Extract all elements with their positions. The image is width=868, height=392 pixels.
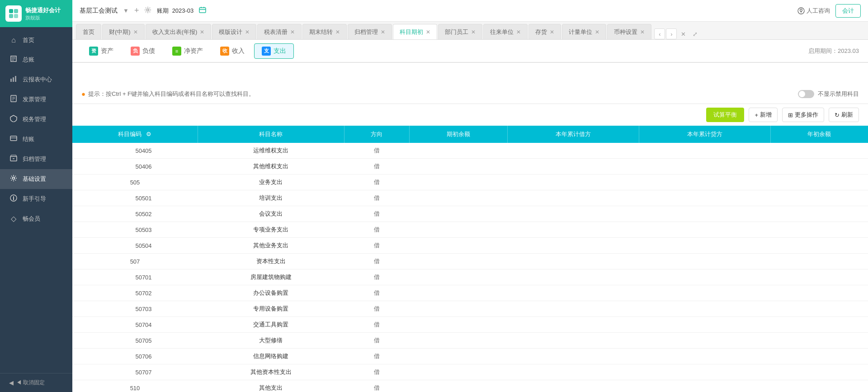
tab-home[interactable]: 首页: [76, 24, 101, 39]
tab-currency[interactable]: 币种设置 ✕: [607, 24, 651, 39]
cell-year-credit: [639, 175, 770, 190]
cell-year-credit: [639, 349, 770, 364]
cell-period-balance: [409, 349, 507, 364]
cell-direction: 借: [344, 254, 410, 269]
cell-year-balance: [770, 206, 868, 222]
table-header-row: 科目编码 ⚙ 科目名称 方向 期初余额 本年累计借方 本年累计贷方 年初余额: [72, 126, 868, 143]
cell-period-balance: [409, 206, 507, 222]
tab-inventory-close[interactable]: ✕: [550, 29, 554, 35]
tab-subject-init-close[interactable]: ✕: [426, 29, 430, 35]
tab-contacts[interactable]: 往来单位 ✕: [483, 24, 528, 39]
cell-year-credit: [639, 301, 770, 317]
tab-next-btn[interactable]: ›: [666, 28, 677, 39]
table-row[interactable]: 50405 运维维权支出 借: [72, 143, 868, 159]
table-row[interactable]: 510 其他支出 借: [72, 380, 868, 392]
tab-dept[interactable]: 部门员工 ✕: [438, 24, 482, 39]
table-row[interactable]: 505 业务支出 借: [72, 175, 868, 190]
tab-currency-close[interactable]: ✕: [640, 29, 645, 35]
subject-tab-liability[interactable]: 负 负债: [123, 43, 163, 59]
tab-annual-report-label: 收入支出表(年报): [152, 28, 198, 36]
table-row[interactable]: 50502 会议支出 借: [72, 206, 868, 222]
table-row[interactable]: 50702 办公设备购置 借: [72, 285, 868, 301]
tab-template-label: 模版设计: [219, 28, 242, 36]
cell-year-balance: [770, 333, 868, 349]
sidebar-label-settings: 基础设置: [23, 175, 46, 183]
cell-name: 信息网络购建: [198, 349, 344, 364]
sidebar-collapse-btn[interactable]: ◀ ◀ 取消固定: [0, 373, 72, 392]
tab-archive-close[interactable]: ✕: [381, 29, 385, 35]
sidebar-item-member[interactable]: ◇ 畅会员: [0, 209, 72, 228]
tab-dept-close[interactable]: ✕: [471, 29, 476, 35]
tab-tax-form[interactable]: 税表清册 ✕: [257, 24, 302, 39]
tab-unit[interactable]: 计量单位 ✕: [562, 24, 606, 39]
table-row[interactable]: 50706 信息网络购建 借: [72, 349, 868, 364]
calendar-icon[interactable]: [199, 6, 206, 15]
table-row[interactable]: 50707 其他资本性支出 借: [72, 364, 868, 380]
sidebar-item-reports[interactable]: 云报表中心: [0, 70, 72, 90]
tab-unit-close[interactable]: ✕: [595, 29, 599, 35]
table-row[interactable]: 50406 其他维权支出 借: [72, 159, 868, 175]
tab-period-report-close[interactable]: ✕: [133, 29, 138, 35]
subject-tab-expense[interactable]: 支 支出: [254, 43, 294, 59]
table-row[interactable]: 50501 培训支出 借: [72, 190, 868, 206]
tab-annual-report-close[interactable]: ✕: [200, 29, 204, 35]
liability-tab-label: 负债: [142, 47, 155, 55]
subject-tab-income[interactable]: 收 收入: [212, 43, 252, 59]
tab-expand-btn[interactable]: ⤢: [689, 28, 700, 39]
add-company-btn[interactable]: +: [134, 6, 139, 15]
sidebar-item-home[interactable]: ⌂ 首页: [0, 31, 72, 50]
tab-tax-form-close[interactable]: ✕: [290, 29, 295, 35]
header-settings-icon[interactable]: [144, 6, 151, 15]
sidebar-item-archive[interactable]: 归档管理: [0, 149, 72, 169]
table-row[interactable]: 507 资本性支出 借: [72, 254, 868, 269]
table-row[interactable]: 50704 交通工具购置 借: [72, 317, 868, 333]
col-name: 科目名称: [198, 126, 344, 143]
more-btn[interactable]: ⊞ 更多操作: [782, 108, 824, 122]
subject-tab-asset[interactable]: 资 资产: [81, 43, 121, 59]
balance-btn[interactable]: 试算平衡: [706, 108, 744, 122]
sidebar-item-guide[interactable]: 新手引导: [0, 189, 72, 209]
add-btn[interactable]: + 新增: [749, 108, 778, 122]
tab-inventory[interactable]: 存货 ✕: [528, 24, 561, 39]
table-row[interactable]: 50503 专项业务支出 借: [72, 222, 868, 238]
sidebar-item-settings[interactable]: 基础设置: [0, 169, 72, 189]
sidebar-item-ledger[interactable]: 总账: [0, 50, 72, 70]
tab-template-close[interactable]: ✕: [245, 29, 250, 35]
col-settings-icon[interactable]: ⚙: [146, 131, 151, 137]
subject-tab-equity[interactable]: ≡ 净资产: [165, 43, 211, 59]
tab-subject-init[interactable]: 科目期初 ✕: [393, 24, 437, 39]
accountant-btn[interactable]: 会计: [835, 4, 861, 18]
table-row[interactable]: 50504 其他业务支出 借: [72, 238, 868, 254]
tab-prev-btn[interactable]: ‹: [654, 28, 665, 39]
cell-name: 大型修缮: [198, 333, 344, 349]
tab-template[interactable]: 模版设计 ✕: [212, 24, 256, 39]
expense-tab-label: 支出: [274, 47, 286, 55]
cell-direction: 借: [344, 143, 410, 159]
disabled-toggle[interactable]: [798, 90, 814, 98]
table-body: 50405 运维维权支出 借 50406 其他维权支出 借 505 业务支出 借…: [72, 143, 868, 392]
tab-annual-report[interactable]: 收入支出表(年报) ✕: [146, 24, 212, 39]
cell-name: 资本性支出: [198, 254, 344, 269]
cell-name: 其他资本性支出: [198, 364, 344, 380]
tab-close-all-btn[interactable]: ✕: [678, 28, 689, 39]
consult-btn[interactable]: 人工咨询: [797, 7, 830, 15]
sidebar-label-invoice: 发票管理: [23, 95, 46, 104]
cell-year-credit: [639, 364, 770, 380]
tab-period-report[interactable]: 财(中期) ✕: [102, 24, 145, 39]
tab-period-end-close[interactable]: ✕: [335, 29, 340, 35]
table-row[interactable]: 50705 大型修缮 借: [72, 333, 868, 349]
sidebar-item-close[interactable]: 结账: [0, 129, 72, 149]
cell-period-balance: [409, 364, 507, 380]
table-row[interactable]: 50703 专用设备购置 借: [72, 301, 868, 317]
refresh-btn[interactable]: ↻ 刷新: [829, 108, 859, 122]
table-row[interactable]: 50701 房屋建筑物购建 借: [72, 269, 868, 285]
company-dropdown-icon[interactable]: ▼: [123, 7, 129, 14]
sidebar-item-invoice[interactable]: 发票管理: [0, 90, 72, 109]
sidebar-item-tax[interactable]: 税务管理: [0, 109, 72, 129]
cell-year-balance: [770, 301, 868, 317]
tab-contacts-close[interactable]: ✕: [516, 29, 521, 35]
tab-archive[interactable]: 归档管理 ✕: [348, 24, 392, 39]
cell-period-balance: [409, 254, 507, 269]
tab-period-end[interactable]: 期末结转 ✕: [302, 24, 347, 39]
cell-period-balance: [409, 143, 507, 159]
